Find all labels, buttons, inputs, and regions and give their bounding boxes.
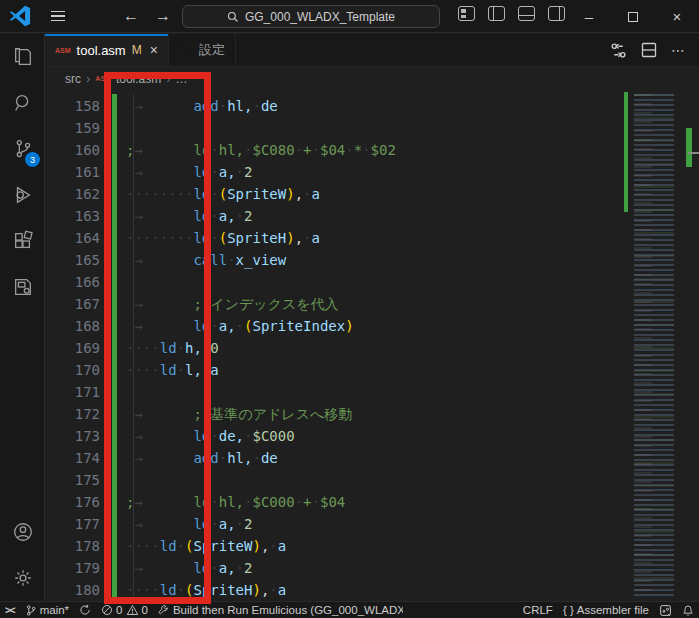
language-label: Assembler file: [577, 604, 649, 616]
code-line[interactable]: 161 → ld·a,·2: [45, 161, 699, 183]
tune-icon: [179, 43, 193, 57]
vscode-logo-icon: [9, 5, 31, 27]
breadcrumb-src[interactable]: src: [65, 72, 81, 86]
wrench-icon: [158, 604, 170, 616]
open-changes-icon[interactable]: [610, 42, 627, 59]
modified-badge: M: [132, 43, 142, 57]
chevron-right-icon: ›: [166, 71, 170, 86]
overview-ruler-added-marker: [686, 128, 692, 167]
git-branch-item[interactable]: main*: [20, 602, 74, 618]
breadcrumb: src › ASM tool.asm › …: [45, 67, 699, 90]
code-line[interactable]: 171: [45, 381, 699, 403]
title-bar: ← → GG_000_WLADX_Template – ×: [0, 0, 699, 33]
code-line[interactable]: 169····ld·h,·0: [45, 337, 699, 359]
command-center-search[interactable]: GG_000_WLADX_Template: [182, 5, 440, 28]
minimap[interactable]: [622, 90, 680, 601]
emulator-extension-item[interactable]: [654, 602, 677, 618]
maximize-button[interactable]: [611, 0, 655, 33]
tab-close-icon[interactable]: ×: [150, 42, 158, 58]
code-line[interactable]: 165 → call·x_view: [45, 249, 699, 271]
run-debug-icon[interactable]: [0, 172, 45, 218]
search-icon: [227, 11, 239, 23]
code-line[interactable]: 159: [45, 117, 699, 139]
chevron-right-icon: ›: [86, 71, 90, 86]
line-number: 176: [45, 491, 100, 513]
line-number: 164: [45, 227, 100, 249]
line-number: 178: [45, 535, 100, 557]
line-number: 174: [45, 447, 100, 469]
tool-file-gear-icon[interactable]: [0, 264, 45, 310]
toggle-secondary-sidebar-icon[interactable]: [548, 6, 565, 21]
eol-label: CRLF: [523, 604, 553, 616]
breadcrumb-symbol[interactable]: …: [176, 72, 188, 86]
problems-item[interactable]: 0 0: [96, 602, 153, 618]
code-line[interactable]: 173 → ld·de,·$C000: [45, 425, 699, 447]
line-number: 180: [45, 579, 100, 601]
braces-icon: { }: [563, 604, 574, 616]
warnings-count: 0: [142, 604, 148, 616]
breadcrumb-file[interactable]: tool.asm: [116, 72, 161, 86]
status-bar: >< main* 0 0 Build then Run Emulicious (…: [0, 601, 699, 618]
line-number: 179: [45, 557, 100, 579]
nav-forward-icon[interactable]: →: [155, 7, 171, 25]
line-number: 159: [45, 117, 100, 139]
minimize-button[interactable]: –: [567, 0, 611, 33]
activity-bar: 3: [0, 34, 45, 601]
customize-layout-icon[interactable]: [458, 6, 475, 21]
eol-indicator[interactable]: CRLF: [518, 602, 558, 618]
branch-name: main*: [40, 604, 69, 616]
explorer-icon[interactable]: [0, 34, 45, 80]
code-line[interactable]: 164········ld·(SpriteH),·a: [45, 227, 699, 249]
code-line[interactable]: 162········ld·(SpriteW),·a: [45, 183, 699, 205]
remote-indicator[interactable]: ><: [0, 602, 20, 618]
code-line[interactable]: 168 → ld·a,·(SpriteIndex): [45, 315, 699, 337]
accounts-icon[interactable]: [0, 509, 45, 555]
more-actions-icon[interactable]: ⋯: [671, 42, 685, 58]
code-line[interactable]: 170····ld·l,·a: [45, 359, 699, 381]
search-value: GG_000_WLADX_Template: [245, 10, 395, 24]
sync-button[interactable]: [74, 602, 96, 618]
menu-hamburger-icon[interactable]: [43, 4, 73, 28]
code-line[interactable]: 176;→ ld·hl,·$C000·+·$04: [45, 491, 699, 513]
tab-bar: ASM tool.asm M × 設定 ⋯: [45, 34, 699, 67]
notifications-item[interactable]: [677, 602, 699, 618]
search-sidebar-icon[interactable]: [0, 80, 45, 126]
tab-tool-asm[interactable]: ASM tool.asm M ×: [45, 34, 169, 66]
code-line[interactable]: 167 → ;·インデックスを代入: [45, 293, 699, 315]
code-line[interactable]: 172 → ;·基準のアドレスへ移動: [45, 403, 699, 425]
minimap-code-overlay: [634, 94, 652, 597]
source-control-icon[interactable]: 3: [0, 126, 45, 172]
minimap-git-added-bar: [624, 92, 628, 212]
code-line[interactable]: 177 → ld·a,·2: [45, 513, 699, 535]
line-number: 170: [45, 359, 100, 381]
code-line[interactable]: 180····ld·(SpriteH),·a: [45, 579, 699, 601]
settings-gear-icon[interactable]: [0, 555, 45, 601]
line-number: 173: [45, 425, 100, 447]
build-task-item[interactable]: Build then Run Emulicious (GG_000_WLADX_…: [153, 602, 408, 618]
language-mode-item[interactable]: { } Assembler file: [558, 602, 654, 618]
toggle-panel-icon[interactable]: [518, 6, 535, 21]
remote-icon: ><: [5, 605, 15, 616]
line-number: 171: [45, 381, 100, 403]
code-line[interactable]: 166: [45, 271, 699, 293]
code-line[interactable]: 179 → ld·a,·2: [45, 557, 699, 579]
scrollbar[interactable]: [680, 90, 699, 601]
close-button[interactable]: ×: [655, 0, 699, 33]
toggle-sidebar-icon[interactable]: [488, 6, 505, 21]
code-line[interactable]: 163 → ld·a,·2: [45, 205, 699, 227]
sync-icon: [79, 604, 91, 616]
line-number: 163: [45, 205, 100, 227]
code-line[interactable]: 158 → add·hl,·de: [45, 95, 699, 117]
nav-back-icon[interactable]: ←: [123, 7, 139, 25]
code-line[interactable]: 178····ld·(SpriteW),·a: [45, 535, 699, 557]
editor-pane[interactable]: 158 → add·hl,·de159160;→ ld·hl,·$C080·+·…: [45, 90, 699, 601]
code-line[interactable]: 174 → add·hl,·de: [45, 447, 699, 469]
line-number: 158: [45, 95, 100, 117]
extensions-icon[interactable]: [0, 218, 45, 264]
code-line[interactable]: 160;→ ld·hl,·$C080·+·$04·*·$02: [45, 139, 699, 161]
line-number: 172: [45, 403, 100, 425]
split-editor-icon[interactable]: [641, 42, 657, 58]
line-number: 160: [45, 139, 100, 161]
code-line[interactable]: 175: [45, 469, 699, 491]
tab-settings[interactable]: 設定: [169, 34, 236, 66]
